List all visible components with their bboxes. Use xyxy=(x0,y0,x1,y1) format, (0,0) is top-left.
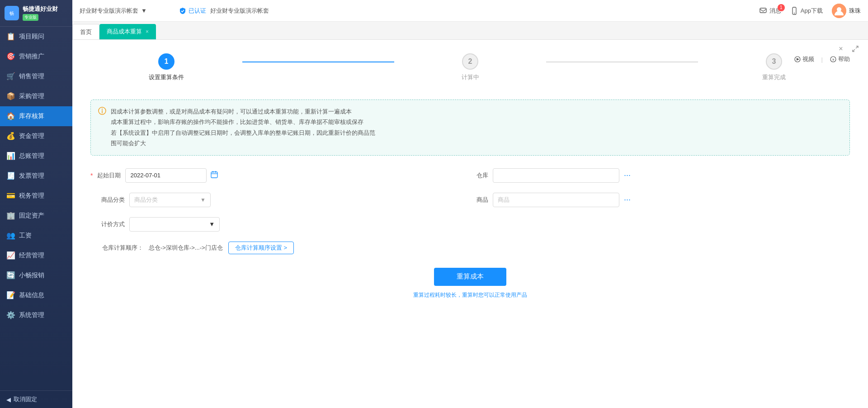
sidebar-item-operations[interactable]: 📈 经营管理 xyxy=(0,246,72,266)
sidebar-item-tax[interactable]: 💳 税务管理 xyxy=(0,186,72,206)
warehouse-label: 仓库 xyxy=(470,171,488,180)
info-icon xyxy=(98,107,106,149)
sidebar-item-expense[interactable]: 🔄 小畅报销 xyxy=(0,266,72,285)
step-2: 2 计算中 xyxy=(394,53,546,81)
video-icon xyxy=(794,56,801,62)
unpin-icon: ◀ xyxy=(6,396,11,403)
message-button[interactable]: 消息 1 xyxy=(759,7,781,15)
sidebar-scroll: 📋 项目顾问 🎯 营销推广 🛒 销售管理 📦 采购管理 🏠 库存核算 💰 资金管… xyxy=(0,27,72,390)
dropdown-icon: ▼ xyxy=(141,7,147,14)
expand-icon xyxy=(852,45,859,52)
submit-hint: 重算过程耗时较长，重算时您可以正常使用产品 xyxy=(413,291,527,299)
user-menu[interactable]: 珠珠 xyxy=(832,4,861,18)
project-icon: 📋 xyxy=(6,32,15,41)
sidebar-unpin-button[interactable]: ◀ 取消固定 xyxy=(0,390,72,408)
verified-badge: 已认证 好业财专业版演示帐套 xyxy=(179,7,269,15)
sidebar-item-basic[interactable]: 📝 基础信息 xyxy=(0,285,72,305)
category-label: 商品分类 xyxy=(97,196,125,204)
operations-icon: 📈 xyxy=(6,251,15,260)
warehouse-order-settings-button[interactable]: 仓库计算顺序设置 > xyxy=(228,242,294,254)
help-button[interactable]: ? 帮助 xyxy=(830,55,850,63)
calendar-button[interactable] xyxy=(210,171,218,180)
required-marker: * xyxy=(90,172,93,179)
invoice-icon: 🧾 xyxy=(6,171,15,180)
topbar-right: 消息 1 App下载 珠珠 xyxy=(759,4,861,18)
form-right-1: 仓库 ··· xyxy=(470,168,850,183)
sidebar-item-finance[interactable]: 💰 资金管理 xyxy=(0,126,72,146)
shield-check-icon xyxy=(179,7,186,14)
pricing-select[interactable]: ▼ xyxy=(129,217,220,232)
arrow-right-icon: > xyxy=(284,244,288,251)
purchase-icon: 📦 xyxy=(6,92,15,101)
content-toolbar: × xyxy=(835,43,861,54)
help-icon: ? xyxy=(830,56,836,62)
content-area: × 1 设置重算条件 xyxy=(72,40,868,408)
step-3-label: 重算完成 xyxy=(762,73,786,81)
sidebar-logo: 畅 畅捷通好业财 专业版 xyxy=(0,0,72,27)
accounting-icon: 📊 xyxy=(6,152,15,161)
sidebar-item-project[interactable]: 📋 项目顾问 xyxy=(0,27,72,47)
form-row-2: 商品分类 商品分类 ▼ 商品 商品 ··· xyxy=(90,193,850,207)
sidebar-item-sales[interactable]: 🛒 销售管理 xyxy=(0,66,72,86)
warehouse-order-value: 总仓->深圳仓库->...->门店仓 xyxy=(149,244,223,252)
submit-button[interactable]: 重算成本 xyxy=(434,268,506,286)
step-2-label: 计算中 xyxy=(462,73,479,81)
sidebar-item-marketing[interactable]: 🎯 营销推广 xyxy=(0,47,72,66)
info-box-text: 因成本计算参数调整，或是对商品成本有疑问时，可以通过成本重算功能，重新计算一遍成… xyxy=(111,106,375,149)
steps-wrapper: 1 设置重算条件 2 计算中 3 xyxy=(90,49,850,86)
form: * 起始日期 仓库 xyxy=(90,168,850,299)
page-content: 1 设置重算条件 2 计算中 3 xyxy=(72,40,868,408)
pricing-label: 计价方式 xyxy=(97,220,125,228)
form-row-pricing: 计价方式 ▼ xyxy=(90,217,850,232)
step-connector-1 xyxy=(242,62,394,62)
sidebar-item-system[interactable]: ⚙️ 系统管理 xyxy=(0,305,72,325)
step-1-label: 设置重算条件 xyxy=(149,73,184,81)
video-help-button[interactable]: 视频 xyxy=(794,55,814,63)
tab-recalc[interactable]: 商品成本重算 × xyxy=(99,24,156,39)
warehouse-order-label: 仓库计算顺序： xyxy=(102,244,143,252)
app-logo-icon: 畅 xyxy=(5,6,19,20)
avatar xyxy=(832,4,846,18)
goods-label: 商品 xyxy=(470,196,488,204)
topbar: 好业财专业版演示帐套 ▼ 已认证 好业财专业版演示帐套 消息 1 xyxy=(72,0,868,22)
goods-input[interactable]: 商品 xyxy=(493,193,619,207)
form-left-1: * 起始日期 xyxy=(90,168,470,183)
tabbar: 首页 商品成本重算 × xyxy=(72,22,868,40)
sidebar-item-invoice[interactable]: 🧾 发票管理 xyxy=(0,166,72,186)
sidebar-item-salary[interactable]: 👥 工资 xyxy=(0,226,72,246)
marketing-icon: 🎯 xyxy=(6,52,15,61)
system-icon: ⚙️ xyxy=(6,311,15,320)
sidebar-item-inventory[interactable]: 🏠 库存核算 xyxy=(0,106,72,126)
category-arrow: ▼ xyxy=(200,197,206,203)
close-panel-button[interactable]: × xyxy=(835,43,846,54)
start-date-input[interactable] xyxy=(125,168,207,183)
expand-panel-button[interactable] xyxy=(850,43,861,54)
tax-icon: 💳 xyxy=(6,191,15,200)
form-left-2: 商品分类 商品分类 ▼ xyxy=(90,193,470,207)
step-1-circle: 1 xyxy=(158,53,175,70)
sidebar-item-fixed-assets[interactable]: 🏢 固定资产 xyxy=(0,206,72,226)
svg-point-4 xyxy=(794,13,795,14)
warehouse-input[interactable] xyxy=(493,168,619,183)
sidebar-item-accounting[interactable]: 📊 总账管理 xyxy=(0,146,72,166)
goods-dots-button[interactable]: ··· xyxy=(624,195,631,204)
warehouse-order-row: 仓库计算顺序： 总仓->深圳仓库->...->门店仓 仓库计算顺序设置 > xyxy=(90,242,850,254)
sales-icon: 🛒 xyxy=(6,72,15,81)
tab-home[interactable]: 首页 xyxy=(72,24,99,39)
message-icon xyxy=(759,7,767,15)
warehouse-dots-button[interactable]: ··· xyxy=(624,171,631,180)
tab-close-button[interactable]: × xyxy=(146,28,149,35)
sidebar-item-purchase[interactable]: 📦 采购管理 xyxy=(0,86,72,106)
app-download-button[interactable]: App下载 xyxy=(790,7,823,15)
inventory-icon: 🏠 xyxy=(6,112,15,121)
submit-section: 重算成本 重算过程耗时较长，重算时您可以正常使用产品 xyxy=(90,268,850,299)
svg-text:畅: 畅 xyxy=(9,11,14,16)
category-select[interactable]: 商品分类 ▼ xyxy=(129,193,211,207)
account-selector[interactable]: 好业财专业版演示帐套 ▼ xyxy=(80,7,170,15)
main-area: 好业财专业版演示帐套 ▼ 已认证 好业财专业版演示帐套 消息 1 xyxy=(72,0,868,408)
steps: 1 设置重算条件 2 计算中 3 xyxy=(90,49,850,86)
sidebar: 畅 畅捷通好业财 专业版 📋 项目顾问 🎯 营销推广 🛒 销售管理 📦 采购管理 xyxy=(0,0,72,408)
start-date-label: 起始日期 xyxy=(94,171,121,180)
svg-rect-2 xyxy=(760,8,766,13)
info-box: 因成本计算参数调整，或是对商品成本有疑问时，可以通过成本重算功能，重新计算一遍成… xyxy=(90,100,850,156)
